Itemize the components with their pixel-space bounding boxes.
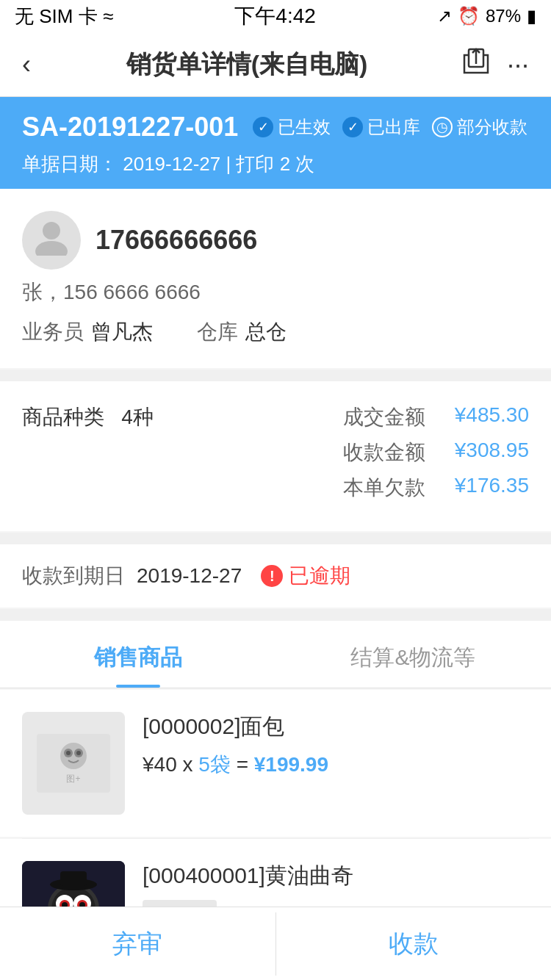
svg-rect-24 — [60, 871, 87, 886]
cancel-review-button[interactable]: 弃审 — [0, 912, 276, 976]
product-item-bread: 图+ [0000002]面包 ¥40 x 5袋 = ¥199.99 — [0, 690, 551, 837]
banner-date-row: 单据日期： 2019-12-27 | 打印 2 次 — [22, 151, 529, 177]
price-qty-bread: 5袋 — [198, 753, 231, 776]
product-count: 4种 — [121, 406, 154, 428]
product-name-bread: [0000002]面包 — [143, 712, 529, 742]
sales-label: 业务员 — [22, 318, 84, 346]
status-right: ↗ ⏰ 87% ▮ — [437, 6, 536, 26]
badge-partial: ◷ 部分收款 — [432, 115, 527, 139]
nav-actions: ··· — [463, 48, 529, 81]
battery-level: 87% — [486, 6, 521, 26]
customer-meta: 业务员 曾凡杰 仓库 总仓 — [22, 318, 529, 346]
collect-button[interactable]: 收款 — [276, 912, 552, 976]
debt-label: 本单欠款 — [343, 474, 425, 502]
separator3 — [0, 609, 551, 621]
customer-contact: 张，156 6666 6666 — [22, 278, 529, 306]
svg-point-8 — [76, 751, 81, 755]
debt-value: ¥176.35 — [455, 474, 529, 502]
customer-row: 17666666666 — [22, 211, 529, 270]
due-label: 收款到期日 — [22, 562, 125, 590]
tabs-row: 销售商品 结算&物流等 — [0, 621, 551, 688]
product-info-bread: [0000002]面包 ¥40 x 5袋 = ¥199.99 — [143, 712, 529, 779]
avatar-person-icon — [32, 217, 71, 264]
customer-avatar — [22, 211, 81, 270]
tab-settlement[interactable]: 结算&物流等 — [276, 621, 551, 688]
order-date: 2019-12-27 — [123, 153, 220, 175]
collected-row: 收款金额 ¥308.95 — [343, 439, 529, 466]
overdue-icon: ! — [261, 565, 283, 587]
badge-shipped: ✓ 已出库 — [342, 115, 420, 139]
sales-info: 业务员 曾凡杰 — [22, 318, 153, 346]
status-time: 下午4:42 — [234, 2, 316, 30]
more-icon[interactable]: ··· — [507, 49, 529, 80]
page-title: 销货单详情(来自电脑) — [126, 48, 368, 82]
overdue-badge: ! 已逾期 — [261, 562, 350, 590]
check-icon2: ✓ — [342, 117, 363, 137]
warehouse-value: 总仓 — [245, 318, 287, 346]
product-price-bread: ¥40 x 5袋 = ¥199.99 — [143, 751, 529, 779]
due-section: 收款到期日 2019-12-27 ! 已逾期 — [0, 544, 551, 608]
product-type-label: 商品种类 — [22, 406, 104, 428]
sales-person: 曾凡杰 — [91, 318, 153, 346]
share-icon[interactable] — [463, 48, 489, 81]
trading-amount-value: ¥485.30 — [455, 403, 529, 431]
separator2 — [0, 533, 551, 544]
trading-amount-label: 成交金额 — [343, 403, 425, 431]
product-image-bread: 图+ — [22, 712, 125, 815]
order-id: SA-20191227-001 — [22, 112, 238, 143]
tabs-section: 销售商品 结算&物流等 — [0, 621, 551, 688]
svg-point-7 — [66, 751, 71, 755]
trading-amount-row: 成交金额 ¥485.30 — [343, 403, 529, 431]
collected-label: 收款金额 — [343, 439, 425, 466]
price-total-bread: ¥199.99 — [254, 753, 328, 776]
bottom-bar: 弃审 收款 — [0, 907, 551, 980]
back-button[interactable]: ‹ — [22, 49, 31, 80]
warehouse-label: 仓库 — [197, 318, 238, 346]
header-banner: SA-20191227-001 ✓ 已生效 ✓ 已出库 ◷ 部分收款 单据日期：… — [0, 97, 551, 189]
status-badges: ✓ 已生效 ✓ 已出库 ◷ 部分收款 — [253, 115, 527, 139]
status-carrier: 无 SIM 卡 ≈ — [15, 4, 113, 29]
product-name-cookie: [000400001]黄油曲奇 — [143, 861, 529, 891]
banner-row1: SA-20191227-001 ✓ 已生效 ✓ 已出库 ◷ 部分收款 — [22, 112, 529, 143]
customer-section: 17666666666 张，156 6666 6666 业务员 曾凡杰 仓库 总… — [0, 189, 551, 368]
status-bar: 无 SIM 卡 ≈ 下午4:42 ↗ ⏰ 87% ▮ — [0, 0, 551, 32]
separator1 — [0, 370, 551, 381]
svg-text:图+: 图+ — [66, 774, 80, 784]
customer-id: 17666666666 — [96, 225, 257, 256]
stats-section: 商品种类 4种 成交金额 ¥485.30 收款金额 ¥308.95 本单欠款 ¥… — [0, 381, 551, 531]
stats-left: 商品种类 4种 — [22, 403, 154, 431]
due-date: 2019-12-27 — [137, 564, 242, 588]
check-icon: ✓ — [253, 117, 273, 137]
tab-sales-products[interactable]: 销售商品 — [0, 621, 276, 688]
warehouse-info: 仓库 总仓 — [197, 318, 287, 346]
stats-right: 成交金额 ¥485.30 收款金额 ¥308.95 本单欠款 ¥176.35 — [343, 403, 529, 509]
price-base-bread: ¥40 x — [143, 753, 198, 776]
nav-bar: ‹ 销货单详情(来自电脑) ··· — [0, 32, 551, 97]
battery-icon: ▮ — [527, 6, 536, 26]
clock-icon: ◷ — [432, 117, 453, 137]
svg-point-4 — [60, 743, 87, 769]
print-info: | 打印 2 次 — [226, 153, 314, 175]
date-label: 单据日期： — [22, 153, 118, 175]
badge-effective: ✓ 已生效 — [253, 115, 331, 139]
svg-point-2 — [35, 241, 68, 256]
location-icon: ↗ — [437, 6, 452, 26]
svg-point-1 — [43, 222, 60, 239]
debt-row: 本单欠款 ¥176.35 — [343, 474, 529, 502]
overdue-text: 已逾期 — [289, 562, 350, 590]
collected-value: ¥308.95 — [455, 439, 529, 466]
alarm-icon: ⏰ — [458, 6, 480, 26]
